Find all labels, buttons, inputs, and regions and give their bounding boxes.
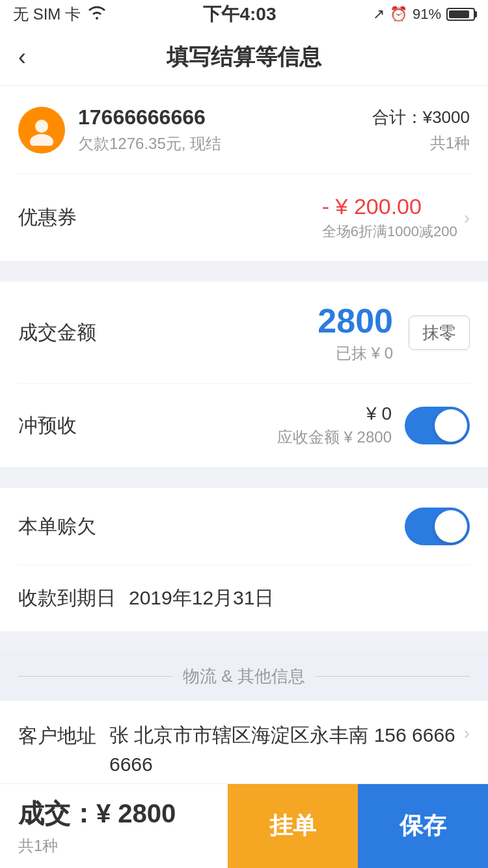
section-separator-1 [0,271,488,282]
prepay-right: ¥ 0 应收金额 ¥ 2800 [277,403,470,448]
credit-row: 本单赊欠 [0,488,488,565]
prepay-info: ¥ 0 应收金额 ¥ 2800 [277,403,392,448]
coupon-chevron-icon: › [464,208,470,228]
carrier-text: 无 SIM 卡 [13,4,81,25]
prepay-value: ¥ 0 [277,403,392,424]
logistics-line-left [18,676,172,677]
time-text: 下午4:03 [203,2,276,27]
bottom-summary: 成交：¥ 2800 共1种 [0,796,228,856]
deal-amount-value: 2800 [318,301,393,340]
bottom-deal-label: 成交： [18,799,96,828]
battery-percent: 91% [413,6,441,23]
duedate-value: 2019年12月31日 [129,585,274,612]
amount-col: 2800 已抹 ¥ 0 [318,301,393,364]
content-area: 17666666666 欠款1276.35元, 现结 合计：¥3000 共1种 … [0,86,488,868]
address-value: 张 北京市市辖区海淀区永丰南 156 6666 6666 [109,720,464,779]
deal-amount-label: 成交金额 [18,319,96,346]
customer-left: 17666666666 欠款1276.35元, 现结 [18,105,221,154]
amount-right: 2800 已抹 ¥ 0 抹零 [318,301,470,364]
deal-amount-card: 成交金额 2800 已抹 ¥ 0 抹零 冲预收 ¥ 0 应收金额 ¥ 2800 [0,282,488,467]
logistics-line-right [316,676,470,677]
section-separator-2 [0,478,488,488]
section-separator-3 [0,642,488,652]
prepay-label: 冲预收 [18,413,77,439]
already-zero-text: 已抹 ¥ 0 [318,343,393,364]
prepay-row: 冲预收 ¥ 0 应收金额 ¥ 2800 [0,384,488,467]
customer-debt: 欠款1276.35元, 现结 [78,133,221,154]
coupon-desc: 全场6折满1000减200 [322,222,457,241]
customer-right: 合计：¥3000 共1种 [372,106,470,154]
svg-point-0 [35,120,48,133]
nav-bar: ‹ 填写结算等信息 [0,29,488,86]
bottom-bar: 成交：¥ 2800 共1种 挂单 保存 [0,783,488,868]
coupon-row[interactable]: 优惠券 - ¥ 200.00 全场6折满1000减200 › [0,174,488,261]
coupon-label: 优惠券 [18,204,77,231]
svg-point-1 [30,134,53,146]
save-button[interactable]: 保存 [358,784,488,869]
duedate-row: 收款到期日 2019年12月31日 [0,565,488,631]
wifi-icon [87,5,107,23]
round-zero-button[interactable]: 抹零 [409,316,470,350]
bottom-deal-text: 成交：¥ 2800 [18,796,210,832]
back-button[interactable]: ‹ [18,44,26,71]
customer-info: 17666666666 欠款1276.35元, 现结 [78,105,221,154]
avatar [18,107,65,154]
customer-phone: 17666666666 [78,105,221,129]
page-title: 填写结算等信息 [167,42,321,72]
amount-row: 成交金额 2800 已抹 ¥ 0 抹零 [0,282,488,383]
logistics-label: 物流 & 其他信息 [183,665,305,688]
coupon-info: - ¥ 200.00 全场6折满1000减200 [322,194,457,241]
customer-card: 17666666666 欠款1276.35元, 现结 合计：¥3000 共1种 … [0,86,488,261]
duedate-label: 收款到期日 [18,585,116,612]
credit-toggle-knob [435,510,467,543]
logistics-divider: 物流 & 其他信息 [0,652,488,701]
credit-label: 本单赊欠 [18,513,96,540]
prepay-toggle[interactable] [405,407,470,444]
prepay-sub: 应收金额 ¥ 2800 [277,427,392,448]
credit-card: 本单赊欠 收款到期日 2019年12月31日 [0,488,488,631]
address-chevron-icon: › [464,720,470,744]
address-label: 客户地址 [18,720,96,750]
status-bar: 无 SIM 卡 下午4:03 ↗ ⏰ 91% [0,0,488,29]
location-icon: ↗ [373,6,385,23]
bottom-count-text: 共1种 [18,835,210,856]
total-amount: 合计：¥3000 [372,106,470,129]
toggle-knob [435,409,467,442]
customer-row: 17666666666 欠款1276.35元, 现结 合计：¥3000 共1种 [0,86,488,174]
bottom-deal-amount: ¥ 2800 [96,799,176,828]
credit-toggle[interactable] [405,508,470,545]
coupon-amount: - ¥ 200.00 [322,194,457,219]
coupon-right: - ¥ 200.00 全场6折满1000减200 › [322,194,470,241]
battery-icon [446,8,475,21]
alarm-icon: ⏰ [390,6,407,23]
hold-button[interactable]: 挂单 [228,784,358,869]
total-count: 共1种 [372,133,470,154]
